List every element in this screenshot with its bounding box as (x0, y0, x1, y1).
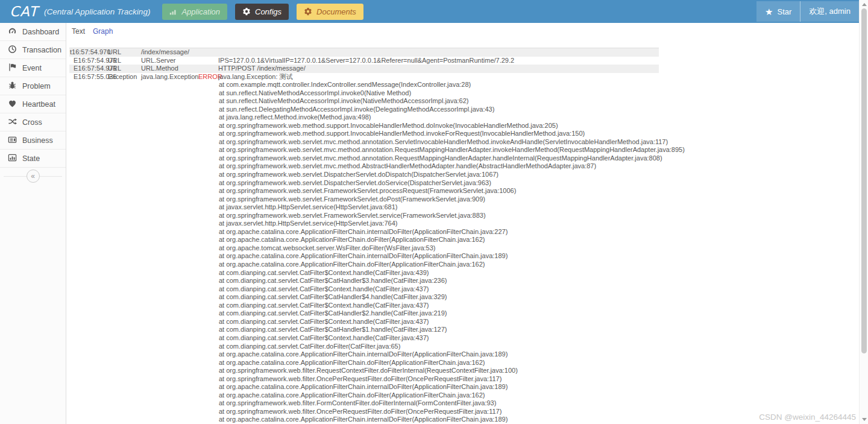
log-name: URL.Method (141, 65, 198, 73)
tab-graph[interactable]: Graph (93, 27, 113, 36)
log-value: HTTP/POST /index/message/ (218, 65, 659, 73)
log-row: t16:57:54.970 URL /index/message/ (69, 48, 659, 57)
star-icon: ★ (765, 7, 773, 16)
sidebar: Dashboard Transaction Event Problem Hear… (0, 23, 66, 424)
sidebar-item-cross[interactable]: Cross (0, 113, 66, 131)
sidebar-item-event[interactable]: Event (0, 59, 66, 77)
star-button[interactable]: ★ Star (756, 1, 800, 22)
sidebar-item-state[interactable]: State (0, 150, 66, 168)
gears-icon (304, 7, 312, 16)
sidebar-item-business[interactable]: Business (0, 131, 66, 150)
welcome-label: 欢迎, admin (809, 6, 851, 17)
newspaper-icon (8, 135, 17, 146)
stack-trace-line: at org.apache.catalina.core.ApplicationF… (219, 359, 859, 367)
clock-icon (8, 45, 17, 55)
header-right: ★ Star 欢迎, admin (756, 1, 859, 22)
stack-trace-line: at org.apache.catalina.core.ApplicationF… (219, 252, 859, 261)
stack-trace-line: at com.dianping.cat.servlet.CatFilter$Ca… (219, 293, 859, 302)
stack-trace-line: at com.dianping.cat.servlet.CatFilter$Co… (219, 334, 859, 343)
log-row: E16:57:54.971 URL URL.Server IPS=127.0.0… (69, 57, 659, 65)
stack-trace-line: at javax.servlet.http.HttpServlet.servic… (219, 203, 859, 212)
sidebar-collapse-button[interactable]: « (27, 169, 40, 183)
main-content: Text Graph t16:57:54.970 URL /index/mess… (67, 23, 859, 424)
scroll-up-arrow-icon[interactable] (862, 3, 867, 6)
stack-trace-line: at org.apache.catalina.core.ApplicationF… (219, 228, 859, 236)
welcome-user[interactable]: 欢迎, admin (800, 1, 859, 22)
stack-trace-line: at org.springframework.web.servlet.Frame… (219, 212, 859, 220)
stack-trace-line: at org.apache.catalina.core.ApplicationF… (219, 261, 859, 269)
stack-trace-line: at com.dianping.cat.servlet.CatFilter$Ca… (219, 277, 859, 285)
log-name: java.lang.Exception (141, 73, 198, 81)
stack-trace-line: at org.apache.catalina.core.ApplicationF… (219, 383, 859, 391)
stack-trace-line: at org.apache.catalina.core.ApplicationF… (219, 391, 859, 400)
stack-trace-line: at com.dianping.cat.servlet.CatFilter$Co… (219, 269, 859, 277)
log-value (218, 48, 659, 57)
log-status (198, 48, 218, 57)
log-time: E16:57:54.971 (69, 57, 108, 65)
bug-icon (8, 81, 17, 92)
log-value: IPS=127.0.0.1&VirtualIP=127.0.0.1&Server… (218, 57, 659, 65)
view-tabs: Text Graph (67, 23, 859, 36)
sidebar-item-label: Business (22, 136, 53, 145)
log-type: URL (108, 48, 141, 57)
nav-documents-label: Documents (316, 7, 356, 16)
sidebar-item-label: State (22, 154, 40, 163)
nav-configs-button[interactable]: Configs (235, 4, 289, 20)
scrollbar-thumb[interactable] (861, 8, 867, 353)
app-logo: CAT (10, 4, 38, 19)
stack-trace-line: at org.springframework.web.method.suppor… (219, 122, 859, 130)
sidebar-item-label: Transaction (22, 46, 61, 54)
stack-trace-line: at org.springframework.web.filter.FormCo… (219, 399, 859, 408)
stack-trace-line: at org.springframework.web.method.suppor… (219, 130, 859, 138)
heart-icon (8, 99, 17, 110)
sidebar-item-dashboard[interactable]: Dashboard (0, 23, 66, 41)
stack-trace-line: at com.dianping.cat.servlet.CatFilter$Co… (219, 285, 859, 294)
stack-trace-line: at org.springframework.web.servlet.Frame… (219, 195, 859, 204)
sidebar-item-label: Dashboard (22, 28, 59, 36)
stack-trace-line: at org.springframework.web.servlet.mvc.m… (219, 146, 859, 154)
nav-application-label: Application (181, 7, 220, 16)
sidebar-item-problem[interactable]: Problem (0, 77, 66, 95)
stack-trace-line: at org.springframework.web.servlet.mvc.m… (219, 162, 859, 171)
stack-trace-line: at org.springframework.web.servlet.Frame… (219, 187, 859, 195)
sidebar-collapse-row: « (0, 168, 66, 185)
nav-documents-button[interactable]: Documents (297, 4, 363, 20)
stack-trace-line: at org.apache.catalina.core.ApplicationF… (219, 236, 859, 244)
stack-trace-line: at org.springframework.web.servlet.Dispa… (219, 171, 859, 179)
sidebar-item-transaction[interactable]: Transaction (0, 41, 66, 59)
stack-trace-line: at com.dianping.cat.servlet.CatFilter$Ca… (219, 326, 859, 334)
log-row: E16:57:55.035 Exception java.lang.Except… (69, 73, 659, 81)
log-name: /index/message/ (141, 48, 198, 57)
stack-trace-line: at com.dianping.cat.servlet.CatFilter$Co… (219, 318, 859, 326)
stack-trace-line: at com.example.mqtt.controller.IndexCont… (219, 81, 859, 89)
log-status (198, 65, 218, 73)
bar-chart-icon (169, 8, 177, 16)
bar-chart-icon (8, 153, 17, 164)
log-row: E16:57:54.971 URL URL.Method HTTP/POST /… (69, 65, 659, 73)
stack-trace-line: at com.dianping.cat.servlet.CatFilter$Co… (219, 302, 859, 310)
stack-trace-line: at org.springframework.web.filter.Reques… (219, 367, 859, 375)
stack-trace-line: at com.dianping.cat.servlet.CatFilter$Ca… (219, 309, 859, 318)
nav-configs-label: Configs (255, 7, 281, 16)
stack-trace-line: at javax.servlet.http.HttpServlet.servic… (219, 220, 859, 228)
log-name: URL.Server (141, 57, 198, 65)
stack-trace: at com.example.mqtt.controller.IndexCont… (219, 81, 859, 424)
tab-text[interactable]: Text (72, 27, 85, 36)
scroll-down-arrow-icon[interactable] (862, 418, 867, 421)
app-header: CAT (Central Application Tracking) Appli… (0, 0, 859, 23)
log-error-badge: ERROR (198, 73, 218, 81)
shuffle-icon (8, 117, 17, 128)
gauge-icon (8, 27, 17, 37)
log-type: URL (108, 57, 141, 65)
stack-trace-line: at org.apache.catalina.core.ApplicationF… (219, 350, 859, 359)
nav-application-button[interactable]: Application (162, 4, 227, 20)
sidebar-item-heartbeat[interactable]: Heartbeat (0, 95, 66, 113)
log-table: t16:57:54.970 URL /index/message/ E16:57… (69, 48, 659, 81)
stack-trace-line: at sun.reflect.NativeMethodAccessorImpl.… (219, 89, 859, 98)
app-subtitle: (Central Application Tracking) (44, 7, 150, 16)
stack-trace-line: at org.apache.tomcat.websocket.server.Ws… (219, 244, 859, 253)
vertical-scrollbar[interactable] (859, 0, 868, 424)
log-time: E16:57:55.035 (69, 73, 108, 81)
log-type: URL (108, 65, 141, 73)
flag-icon (8, 63, 17, 74)
